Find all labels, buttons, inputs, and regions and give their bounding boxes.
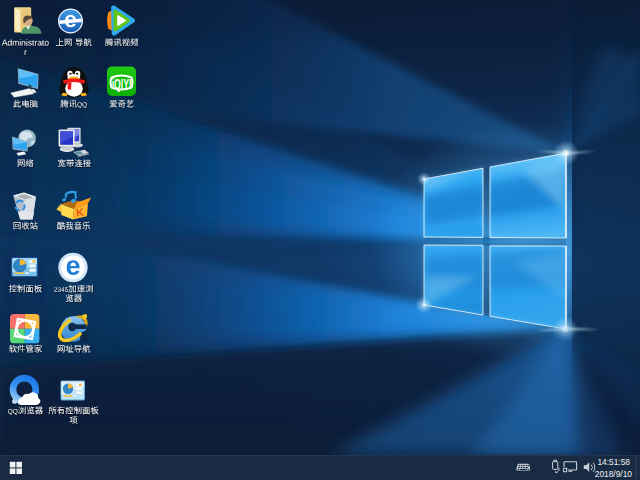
svg-text:14:51:58: 14:51:58	[597, 457, 630, 467]
svg-text:2018/9/10: 2018/9/10	[595, 469, 633, 479]
svg-text:iQIYI: iQIYI	[112, 75, 132, 92]
svg-text:K: K	[76, 206, 85, 219]
